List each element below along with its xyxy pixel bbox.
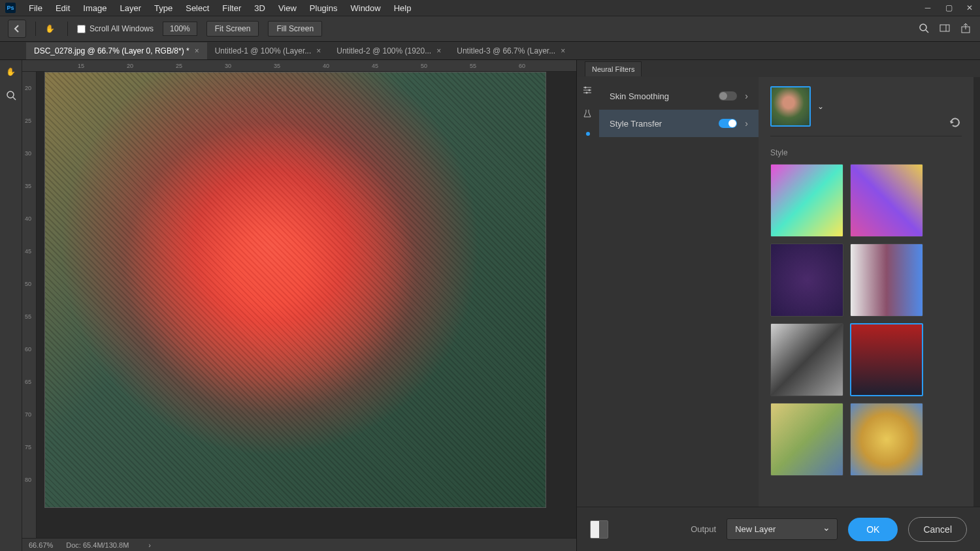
output-select[interactable]: New Layer [727, 518, 838, 540]
style-swatch[interactable] [770, 323, 843, 396]
scroll-all-checkbox[interactable]: Scroll All Windows [77, 24, 154, 33]
svg-line-6 [13, 97, 16, 100]
zoom-tool[interactable] [3, 87, 19, 103]
tool-strip: ✋ [0, 60, 22, 551]
menu-layer[interactable]: Layer [114, 1, 148, 16]
title-bar: Ps File Edit Image Layer Type Select Fil… [0, 0, 980, 16]
svg-point-10 [585, 87, 587, 89]
app-logo: Ps [5, 3, 16, 13]
filter-style-transfer[interactable]: Style Transfer › [599, 110, 759, 137]
close-icon[interactable]: × [316, 46, 321, 55]
scroll-all-label: Scroll All Windows [90, 24, 154, 33]
back-button[interactable] [8, 20, 26, 38]
scroll-all-input[interactable] [77, 25, 86, 33]
options-bar: ✋ Scroll All Windows 100% Fit Screen Fil… [0, 16, 980, 42]
beaker-icon[interactable] [582, 108, 594, 120]
ruler-vertical: 20 25 30 35 40 45 50 55 60 65 70 75 80 [22, 72, 37, 538]
ruler-horizontal: 15 20 25 30 35 40 45 50 55 60 [22, 60, 576, 72]
chevron-left-icon [12, 24, 22, 33]
filter-list: Skin Smoothing › Style Transfer › [599, 77, 759, 507]
search-icon[interactable] [919, 23, 930, 35]
document-tab-bar: DSC_0278.jpg @ 66.7% (Layer 0, RGB/8*) *… [0, 42, 980, 60]
filter-toggle[interactable] [719, 91, 737, 101]
svg-point-11 [589, 89, 591, 91]
menu-bar: File Edit Image Layer Type Select Filter… [22, 1, 417, 16]
minimize-button[interactable]: ─ [923, 3, 933, 13]
panel-title: Neural Filters [585, 61, 642, 76]
reset-icon[interactable] [949, 116, 962, 131]
style-swatch[interactable] [850, 403, 923, 476]
share-icon[interactable] [960, 23, 972, 35]
menu-edit[interactable]: Edit [49, 1, 76, 16]
tab-label: DSC_0278.jpg @ 66.7% (Layer 0, RGB/8*) * [34, 46, 189, 55]
workspace-icon[interactable] [939, 23, 951, 35]
filter-skin-smoothing[interactable]: Skin Smoothing › [599, 82, 759, 110]
filter-toggle[interactable] [719, 119, 737, 128]
style-swatch[interactable] [850, 164, 923, 237]
close-icon[interactable]: × [436, 46, 441, 55]
style-options: ⌄ Style [759, 77, 973, 507]
status-bar: 66.67% Doc: 65.4M/130.8M › [22, 538, 576, 551]
document-tab[interactable]: Untitled-2 @ 100% (1920... × [329, 42, 449, 59]
menu-filter[interactable]: Filter [216, 1, 248, 16]
zoom-level[interactable]: 100% [163, 22, 197, 36]
chevron-down-icon[interactable]: ⌄ [817, 102, 824, 111]
panel-footer: Output New Layer OK Cancel [577, 507, 980, 551]
canvas-image [44, 72, 546, 508]
active-dot-icon [586, 132, 590, 136]
tab-label: Untitled-3 @ 66.7% (Layer... [457, 46, 555, 55]
svg-point-5 [7, 91, 14, 98]
style-swatch[interactable] [770, 403, 843, 476]
neural-filters-panel: Neural Filters Skin Smoothing › S [576, 60, 980, 551]
hand-tool-icon: ✋ [45, 24, 58, 33]
menu-help[interactable]: Help [387, 1, 418, 16]
maximize-button[interactable]: ▢ [943, 3, 954, 13]
style-swatch[interactable] [770, 244, 843, 317]
document-tab[interactable]: Untitled-1 @ 100% (Layer... × [207, 42, 329, 59]
filter-label: Style Transfer [610, 119, 711, 129]
chevron-right-icon[interactable]: › [148, 541, 151, 549]
style-swatch[interactable] [850, 244, 923, 317]
sliders-icon[interactable] [582, 85, 594, 97]
divider [35, 22, 36, 36]
tab-label: Untitled-1 @ 100% (Layer... [215, 46, 312, 55]
document-tab[interactable]: Untitled-3 @ 66.7% (Layer... × [449, 42, 573, 59]
canvas-viewport[interactable] [37, 72, 576, 538]
panel-header: Neural Filters [577, 60, 980, 77]
chevron-right-icon: › [745, 91, 748, 101]
menu-select[interactable]: Select [179, 1, 216, 16]
filter-category-strip [577, 77, 599, 507]
window-controls: ─ ▢ ✕ [923, 3, 975, 13]
hand-tool[interactable]: ✋ [3, 64, 19, 80]
close-icon[interactable]: × [195, 46, 199, 55]
style-swatch[interactable] [850, 323, 923, 396]
divider [67, 22, 68, 36]
menu-type[interactable]: Type [148, 1, 179, 16]
style-grid [770, 164, 962, 476]
menu-view[interactable]: View [272, 1, 303, 16]
svg-line-1 [926, 30, 928, 33]
layer-mask-button[interactable] [590, 520, 608, 539]
scrollbar[interactable] [973, 77, 980, 507]
canvas-area: 15 20 25 30 35 40 45 50 55 60 20 25 30 3… [22, 60, 576, 551]
output-label: Output [691, 524, 716, 534]
close-icon[interactable]: × [561, 46, 565, 55]
main-area: ✋ 15 20 25 30 35 40 45 50 55 60 20 25 30… [0, 60, 980, 551]
menu-image[interactable]: Image [76, 1, 113, 16]
menu-3d[interactable]: 3D [248, 1, 272, 16]
cancel-button[interactable]: Cancel [908, 517, 967, 542]
close-window-button[interactable]: ✕ [964, 3, 975, 13]
tab-label: Untitled-2 @ 100% (1920... [336, 46, 431, 55]
menu-window[interactable]: Window [344, 1, 387, 16]
ok-button[interactable]: OK [848, 518, 898, 541]
menu-plugins[interactable]: Plugins [303, 1, 344, 16]
status-zoom: 66.67% [29, 541, 53, 549]
menu-file[interactable]: File [22, 1, 49, 16]
filter-label: Skin Smoothing [610, 91, 711, 101]
preview-thumbnail[interactable] [770, 86, 811, 127]
fill-screen-button[interactable]: Fill Screen [268, 21, 322, 37]
fit-screen-button[interactable]: Fit Screen [206, 21, 259, 37]
chevron-right-icon: › [745, 118, 748, 129]
style-swatch[interactable] [770, 164, 843, 237]
document-tab[interactable]: DSC_0278.jpg @ 66.7% (Layer 0, RGB/8*) *… [26, 42, 207, 59]
